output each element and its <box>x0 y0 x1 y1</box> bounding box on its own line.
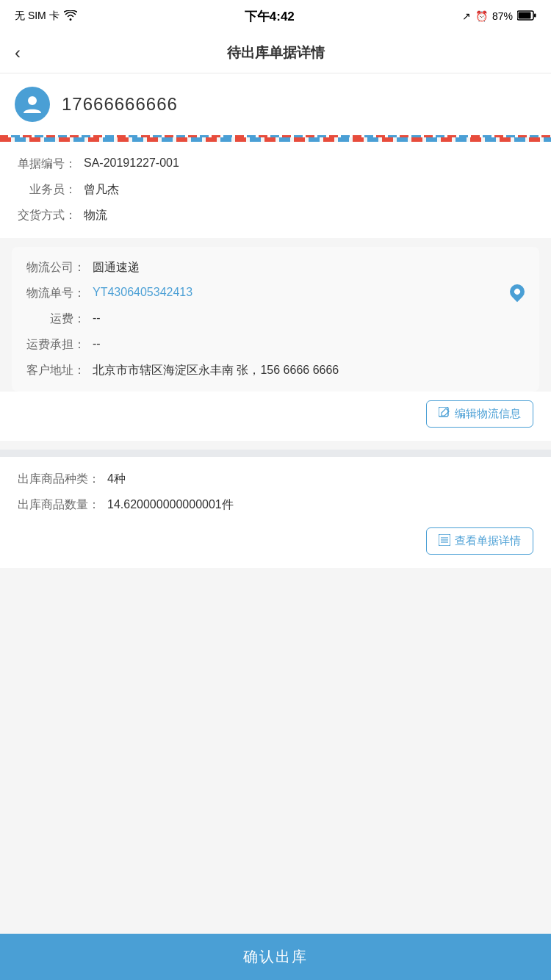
order-no-row: 单据编号： SA-20191227-001 <box>18 156 533 172</box>
product-quantity-row: 出库商品数量： 14.620000000000001件 <box>18 497 533 513</box>
nav-bar: ‹ 待出库单据详情 <box>0 32 551 73</box>
order-no-label: 单据编号： <box>18 156 84 172</box>
freight-bear-value: -- <box>93 337 525 350</box>
back-button[interactable]: ‹ <box>9 37 26 69</box>
confirm-button[interactable]: 确认出库 <box>0 934 551 980</box>
edit-logistics-button[interactable]: 编辑物流信息 <box>426 400 533 428</box>
address-label: 客户地址： <box>26 363 93 378</box>
product-types-label: 出库商品种类： <box>18 472 107 487</box>
content-spacer <box>0 577 551 929</box>
logistics-company-label: 物流公司： <box>26 260 93 275</box>
address-value: 北京市市辖区海淀区永丰南 张，156 6666 6666 <box>93 363 525 378</box>
battery-label: 87% <box>492 10 513 22</box>
location-status-icon: ↗ <box>462 10 471 22</box>
logistics-card: 物流公司： 圆通速递 物流单号： YT43064053424​13 运费： --… <box>12 247 539 392</box>
order-no-value: SA-20191227-001 <box>84 156 533 170</box>
salesman-row: 业务员： 曾凡杰 <box>18 182 533 198</box>
view-details-label: 查看单据详情 <box>455 534 521 548</box>
view-details-row: 查看单据详情 <box>0 527 551 568</box>
customer-phone: 17666666666 <box>62 94 178 115</box>
freight-label: 运费： <box>26 311 93 327</box>
salesman-label: 业务员： <box>18 182 84 198</box>
product-types-value: 4种 <box>107 472 533 487</box>
page-title: 待出库单据详情 <box>227 43 325 62</box>
edit-icon <box>439 407 450 421</box>
freight-row: 运费： -- <box>26 311 525 327</box>
logistics-company-row: 物流公司： 圆通速递 <box>26 260 525 275</box>
status-right: ↗ ⏰ 87% <box>462 10 536 23</box>
tracking-value: YT43064053424​13 <box>93 286 504 299</box>
order-info-section: 单据编号： SA-20191227-001 业务员： 曾凡杰 交货方式： 物流 <box>0 142 551 238</box>
delivery-row: 交货方式： 物流 <box>18 208 533 223</box>
product-types-row: 出库商品种类： 4种 <box>18 472 533 487</box>
delivery-label: 交货方式： <box>18 208 84 223</box>
svg-rect-1 <box>518 12 530 18</box>
edit-logistics-label: 编辑物流信息 <box>455 407 521 421</box>
product-quantity-label: 出库商品数量： <box>18 497 107 513</box>
logistics-company-value: 圆通速递 <box>93 260 525 275</box>
status-bar: 无 SIM 卡 下午4:42 ↗ ⏰ 87% <box>0 0 551 32</box>
list-icon <box>439 534 450 548</box>
product-info-section: 出库商品种类： 4种 出库商品数量： 14.620000000000001件 <box>0 457 551 527</box>
location-icon[interactable] <box>507 281 527 302</box>
freight-value: -- <box>93 311 525 325</box>
section-separator <box>0 450 551 457</box>
freight-bear-label: 运费承担： <box>26 337 93 353</box>
confirm-button-label: 确认出库 <box>243 948 308 965</box>
alarm-icon: ⏰ <box>475 10 488 22</box>
salesman-value: 曾凡杰 <box>84 182 533 198</box>
wifi-icon <box>64 10 77 23</box>
delivery-value: 物流 <box>84 208 533 223</box>
edit-button-row: 编辑物流信息 <box>0 392 551 441</box>
freight-bear-row: 运费承担： -- <box>26 337 525 353</box>
address-row: 客户地址： 北京市市辖区海淀区永丰南 张，156 6666 6666 <box>26 363 525 378</box>
view-details-button[interactable]: 查看单据详情 <box>426 527 533 555</box>
tracking-row: 物流单号： YT43064053424​13 <box>26 286 525 301</box>
svg-rect-4 <box>439 407 448 417</box>
avatar <box>15 87 50 122</box>
svg-rect-2 <box>534 13 536 17</box>
status-time: 下午4:42 <box>245 8 295 25</box>
carrier-label: 无 SIM 卡 <box>15 10 60 23</box>
customer-header: 17666666666 <box>0 73 551 137</box>
svg-point-3 <box>28 96 37 105</box>
product-quantity-value: 14.620000000000001件 <box>107 497 533 513</box>
tracking-label: 物流单号： <box>26 286 93 301</box>
battery-icon <box>517 10 536 23</box>
status-left: 无 SIM 卡 <box>15 10 77 23</box>
